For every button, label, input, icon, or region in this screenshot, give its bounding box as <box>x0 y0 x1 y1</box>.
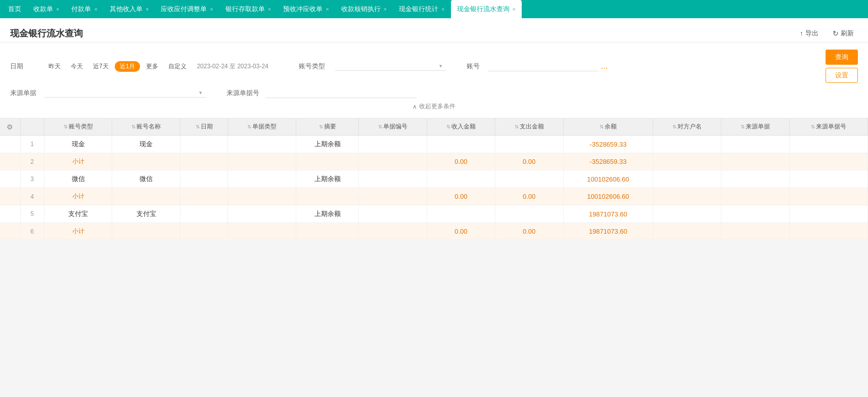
page-title: 现金银行流水查询 <box>10 27 83 39</box>
close-icon[interactable]: × <box>513 0 516 18</box>
gear-icon[interactable]: ⚙ <box>7 123 13 131</box>
nav-bank-deposit[interactable]: 银行存取款单 × <box>219 0 277 18</box>
nav-other-income[interactable]: 其他收入单 × <box>104 0 155 18</box>
filter-area: 日期 昨天 今天 近7天 近1月 更多 自定义 2023-02-24 至 202… <box>0 42 868 118</box>
account-type-label: 账号类型 <box>299 62 329 71</box>
filter-action-buttons: 查询 设置 <box>826 50 858 83</box>
date-1month[interactable]: 近1月 <box>115 61 141 72</box>
account-type-select[interactable]: ▾ <box>335 62 446 71</box>
col-expense: ⇅支出金额 <box>495 118 563 136</box>
date-range-display: 2023-02-24 至 2023-03-24 <box>197 62 268 71</box>
table-header-row: ⚙ ⇅账号类型 ⇅账号名称 ⇅日期 ⇅单据类型 ⇅摘要 ⇅单据编号 ⇅收入金额 … <box>0 118 868 136</box>
nav-advance[interactable]: 预收冲应收单 × <box>277 0 335 18</box>
close-icon[interactable]: × <box>384 0 387 18</box>
nav-receipt[interactable]: 收款单 × <box>27 0 65 18</box>
col-balance: ⇅余额 <box>563 118 653 136</box>
account-field: 账号 ... <box>467 61 612 71</box>
close-icon[interactable]: × <box>146 0 149 18</box>
close-icon[interactable]: × <box>326 0 329 18</box>
date-label: 日期 <box>10 62 40 71</box>
col-source-doc-no: ⇅来源单据号 <box>789 118 867 136</box>
filter-row-source: 来源单据 ▾ 来源单据号 <box>10 88 858 98</box>
nav-home[interactable]: 首页 <box>2 0 27 18</box>
collapse-bar[interactable]: ∧ 收起更多条件 <box>10 102 858 111</box>
source-doc-num-label: 来源单据号 <box>226 89 259 98</box>
collapse-up-icon: ∧ <box>413 103 417 110</box>
table-row[interactable]: 6小计0.000.0019871073.60 <box>0 223 868 240</box>
source-doc-num-input[interactable] <box>265 88 417 98</box>
date-yesterday[interactable]: 昨天 <box>44 61 65 72</box>
col-summary: ⇅摘要 <box>296 118 359 136</box>
filter-row-date: 日期 昨天 今天 近7天 近1月 更多 自定义 2023-02-24 至 202… <box>10 50 858 83</box>
col-source-doc: ⇅来源单据 <box>721 118 789 136</box>
close-icon[interactable]: × <box>210 0 213 18</box>
setting-button[interactable]: 设置 <box>826 68 858 83</box>
table-row[interactable]: 3微信微信上期余额100102606.60 <box>0 170 868 188</box>
table-row[interactable]: 5支付宝支付宝上期余额19871073.60 <box>0 205 868 223</box>
page-header: 现金银行流水查询 ↑ 导出 ↻ 刷新 <box>0 18 868 42</box>
refresh-button[interactable]: ↻ 刷新 <box>829 27 858 40</box>
col-counterpart: ⇅对方户名 <box>653 118 721 136</box>
table-row[interactable]: 1现金现金上期余额-3528659.33 <box>0 136 868 153</box>
export-icon: ↑ <box>800 29 803 37</box>
date-shortcuts: 昨天 今天 近7天 近1月 更多 自定义 2023-02-24 至 2023-0… <box>44 61 268 72</box>
top-nav: 首页 收款单 × 付款单 × 其他收入单 × 应收应付调整单 × 银行存取款单 … <box>0 0 868 18</box>
date-custom[interactable]: 自定义 <box>164 61 191 72</box>
collapse-label: 收起更多条件 <box>419 102 455 111</box>
account-label: 账号 <box>467 62 482 71</box>
query-button[interactable]: 查询 <box>826 50 858 65</box>
account-dots-button[interactable]: ... <box>601 62 608 71</box>
col-income: ⇅收入金额 <box>427 118 495 136</box>
nav-adjustment[interactable]: 应收应付调整单 × <box>155 0 219 18</box>
table-area: ⚙ ⇅账号类型 ⇅账号名称 ⇅日期 ⇅单据类型 ⇅摘要 ⇅单据编号 ⇅收入金额 … <box>0 118 868 240</box>
close-icon[interactable]: × <box>56 0 59 18</box>
close-icon[interactable]: × <box>441 0 444 18</box>
table-row[interactable]: 2小计0.000.00-3528659.33 <box>0 153 868 170</box>
col-doc-no: ⇅单据编号 <box>359 118 427 136</box>
col-gear: ⚙ <box>0 118 20 136</box>
date-more[interactable]: 更多 <box>142 61 162 72</box>
nav-collection[interactable]: 收款核销执行 × <box>335 0 393 18</box>
header-actions: ↑ 导出 ↻ 刷新 <box>796 27 858 40</box>
chevron-down-icon: ▾ <box>439 63 442 69</box>
chevron-down-icon2: ▾ <box>199 90 202 96</box>
col-doc-type: ⇅单据类型 <box>228 118 296 136</box>
account-input[interactable] <box>488 61 599 71</box>
nav-payment[interactable]: 付款单 × <box>65 0 103 18</box>
source-doc-select[interactable]: ▾ <box>44 89 206 98</box>
source-doc-label: 来源单据 <box>10 89 40 98</box>
close-icon[interactable]: × <box>94 0 97 18</box>
nav-cash-stats[interactable]: 现金银行统计 × <box>393 0 450 18</box>
col-num <box>20 118 44 136</box>
table-row[interactable]: 4小计0.000.00100102606.60 <box>0 188 868 205</box>
account-type-field: 账号类型 ▾ <box>299 62 446 71</box>
close-icon[interactable]: × <box>268 0 271 18</box>
data-table: ⚙ ⇅账号类型 ⇅账号名称 ⇅日期 ⇅单据类型 ⇅摘要 ⇅单据编号 ⇅收入金额 … <box>0 118 868 240</box>
col-account-type: ⇅账号类型 <box>44 118 112 136</box>
date-today[interactable]: 今天 <box>67 61 87 72</box>
export-button[interactable]: ↑ 导出 <box>796 27 823 40</box>
refresh-icon: ↻ <box>833 29 839 37</box>
col-account-name: ⇅账号名称 <box>112 118 180 136</box>
source-doc-num-field: 来源单据号 <box>226 88 417 98</box>
col-date: ⇅日期 <box>180 118 228 136</box>
nav-cash-flow[interactable]: 现金银行流水查询 × <box>451 0 522 18</box>
date-7days[interactable]: 近7天 <box>89 61 113 72</box>
